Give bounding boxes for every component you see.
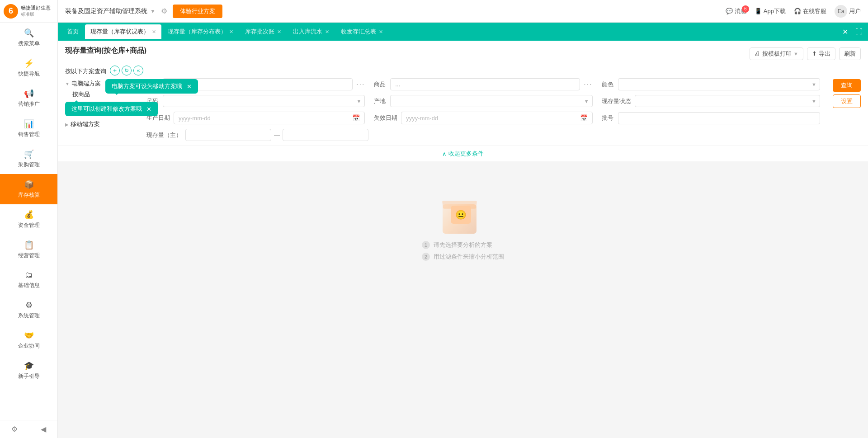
filter-expiry-date: 失效日期 yyyy-mm-dd 📅 <box>374 112 592 124</box>
tab-inventory-dist-close[interactable]: ✕ <box>229 29 233 35</box>
print-button[interactable]: 🖨 按模板打印 ▼ <box>750 47 803 60</box>
user-menu[interactable]: Ea 用户 <box>835 5 861 18</box>
scheme-desktop-label: 电脑端方案 <box>71 80 101 88</box>
empty-step-2: 2 用过滤条件来缩小分析范围 <box>422 253 504 261</box>
sidebar-item-inventory[interactable]: 📦 库存核算 <box>0 174 57 204</box>
collapse-label: 收起更多条件 <box>448 150 484 158</box>
purchase-icon: 🛒 <box>24 149 34 159</box>
collapse-bar[interactable]: ∧ 收起更多条件 <box>58 146 868 161</box>
warehouse-dots-button[interactable]: ··· <box>356 80 365 89</box>
production-date-input[interactable]: yyyy-mm-dd 📅 <box>174 112 365 124</box>
export-button[interactable]: ⬆ 导出 <box>807 47 835 60</box>
add-scheme-button[interactable]: + <box>110 66 120 75</box>
sidebar-item-purchase[interactable]: 🛒 采购管理 <box>0 144 57 174</box>
tab-batch-label: 库存批次账 <box>245 28 274 36</box>
step-1-number: 1 <box>422 241 430 249</box>
app-download-button[interactable]: 📱 App下载 <box>755 7 786 15</box>
topbar-right: 💬 消息 6 📱 App下载 🎧 在线客服 Ea 用户 <box>726 5 861 18</box>
sidebar-item-finance[interactable]: 💰 资金管理 <box>0 204 57 235</box>
tab-inout-flow-close[interactable]: ✕ <box>325 29 329 35</box>
edit-tooltip-close[interactable]: ✕ <box>146 106 151 113</box>
print-dropdown-icon: ▼ <box>793 51 798 57</box>
tab-batch-close[interactable]: ✕ <box>277 29 281 35</box>
filter-batch: 批号 <box>602 112 820 124</box>
stock-qty-min-input[interactable] <box>185 129 271 141</box>
query-buttons: 查询 设置 <box>833 78 861 108</box>
tab-home-label: 首页 <box>67 28 79 36</box>
export-icon: ⬆ <box>812 50 817 57</box>
scheme-tooltip-close[interactable]: ✕ <box>187 83 192 90</box>
settings-bottom-icon[interactable]: ⚙ <box>11 425 18 433</box>
tab-summary[interactable]: 收发存汇总表 ✕ <box>335 24 388 39</box>
scheme-controls: + ↻ « 电脑方案可设为移动方案哦 ✕ <box>110 66 143 75</box>
scheme-desktop-arrow: ▼ <box>65 81 70 86</box>
sidebar-item-quicknav-label: 快捷导航 <box>18 70 40 78</box>
stock-qty-max-input[interactable] <box>283 129 368 141</box>
goods-dots-button[interactable]: ··· <box>584 80 592 89</box>
origin-label: 产地 <box>374 97 387 105</box>
sidebar-logo: 6 畅捷通好生意 标准版 <box>0 0 57 23</box>
size-select-wrap: ▼ <box>163 95 365 107</box>
sidebar-item-system[interactable]: ⚙ 系统管理 <box>0 295 57 325</box>
tab-inout-flow-label: 出入库流水 <box>293 28 322 36</box>
filter-origin: 产地 ▼ <box>374 95 592 107</box>
sidebar-item-finance-label: 资金管理 <box>18 221 40 229</box>
sidebar-item-sales[interactable]: 📊 销售管理 <box>0 113 57 144</box>
color-select[interactable] <box>618 78 820 90</box>
sidebar-item-search[interactable]: 🔍 搜索菜单 <box>0 23 57 53</box>
goods-label: 商品 <box>374 80 387 89</box>
sidebar-item-enterprise-label: 企业协同 <box>18 342 40 350</box>
page-title: 现存量查询(按仓库+商品) <box>65 46 146 56</box>
size-select[interactable] <box>163 95 365 107</box>
query-button[interactable]: 查询 <box>833 79 861 92</box>
tabbar: 首页 现存量（库存状况表） ✕ 现存量（库存分布表） ✕ 库存批次账 ✕ 出入库… <box>58 23 868 41</box>
collapse-chevron-icon: ∧ <box>442 151 447 157</box>
sidebar-item-purchase-label: 采购管理 <box>18 161 40 169</box>
edit-tooltip-text: 这里可以创建和修改方案哦 <box>71 105 142 113</box>
main-content: 装备及固定资产辅助管理系统 ▼ ⚙ 体验行业方案 💬 消息 6 📱 App下载 … <box>58 0 868 438</box>
topbar-settings-icon[interactable]: ⚙ <box>161 7 167 15</box>
back-scheme-button[interactable]: « <box>133 66 143 75</box>
set-button[interactable]: 设置 <box>833 94 861 108</box>
batch-input[interactable] <box>618 112 820 124</box>
topbar-cta-button[interactable]: 体验行业方案 <box>173 5 222 18</box>
tab-inventory-status-close[interactable]: ✕ <box>152 29 156 35</box>
tab-home[interactable]: 首页 <box>61 24 84 39</box>
sidebar-item-inventory-label: 库存核算 <box>18 191 40 199</box>
tab-summary-close[interactable]: ✕ <box>379 29 383 35</box>
scheme-mobile[interactable]: ▶ 移动端方案 <box>65 118 137 131</box>
message-button[interactable]: 💬 消息 6 <box>726 7 746 15</box>
empty-face-emoji: 😐 <box>455 209 467 220</box>
sidebar-item-quicknav[interactable]: ⚡ 快捷导航 <box>0 53 57 83</box>
online-support-button[interactable]: 🎧 在线客服 <box>794 7 826 15</box>
sidebar-item-marketing-label: 营销推广 <box>18 100 40 108</box>
step-1-text: 请先选择要分析的方案 <box>434 241 492 249</box>
tab-inout-flow[interactable]: 出入库流水 ✕ <box>288 24 335 39</box>
stock-status-select[interactable] <box>635 95 820 107</box>
origin-select[interactable] <box>390 95 592 107</box>
sidebar-item-enterprise[interactable]: 🤝 企业协同 <box>0 325 57 355</box>
refresh-button[interactable]: 刷新 <box>839 47 861 60</box>
sidebar-item-marketing[interactable]: 📢 营销推广 <box>0 83 57 113</box>
stock-status-select-wrap: ▼ <box>635 95 820 107</box>
goods-input[interactable] <box>390 78 580 90</box>
tab-batch[interactable]: 库存批次账 ✕ <box>240 24 287 39</box>
edit-scheme-tooltip: 这里可以创建和修改方案哦 ✕ <box>65 102 158 116</box>
print-icon: 🖨 <box>755 50 760 57</box>
tabbar-fullscreen-icon[interactable]: ⛶ <box>854 26 864 38</box>
tabbar-close-all-icon[interactable]: ✕ <box>840 26 850 38</box>
refresh-scheme-button[interactable]: ↻ <box>122 66 132 75</box>
sidebar-item-guide[interactable]: 🎓 新手引导 <box>0 355 57 386</box>
collapse-sidebar-icon[interactable]: ◀ <box>41 425 46 433</box>
tab-inventory-status[interactable]: 现存量（库存状况表） ✕ <box>85 24 161 39</box>
finance-icon: 💰 <box>24 210 34 220</box>
tab-inventory-dist[interactable]: 现存量（库存分布表） ✕ <box>162 24 239 39</box>
expiry-date-input[interactable]: yyyy-mm-dd 📅 <box>401 112 592 124</box>
sidebar-item-operations[interactable]: 📋 经营管理 <box>0 235 57 265</box>
page-header: 现存量查询(按仓库+商品) 🖨 按模板打印 ▼ ⬆ 导出 刷新 <box>58 41 868 61</box>
sidebar-item-basic[interactable]: 🗂 基础信息 <box>0 265 57 295</box>
refresh-label: 刷新 <box>844 50 856 57</box>
avatar-initial: Ea <box>838 8 844 14</box>
step-2-text: 用过滤条件来缩小分析范围 <box>434 253 504 261</box>
empty-step-1: 1 请先选择要分析的方案 <box>422 241 504 249</box>
